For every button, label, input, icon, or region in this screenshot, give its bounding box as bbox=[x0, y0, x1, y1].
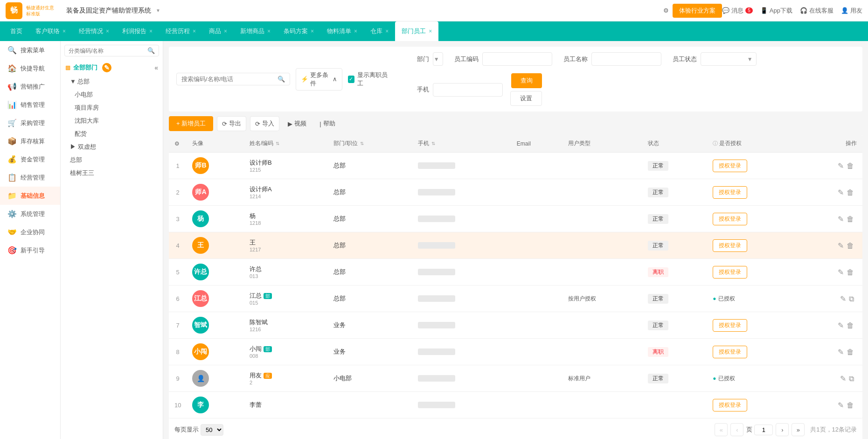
edit-button[interactable]: ✎ bbox=[838, 268, 844, 276]
edit-button[interactable]: ✎ bbox=[838, 188, 844, 196]
nav-close-icon[interactable]: × bbox=[62, 28, 66, 35]
edit-button[interactable]: ✎ bbox=[838, 401, 844, 409]
dept-edit-icon[interactable]: ✎ bbox=[102, 63, 111, 72]
emp-name-input[interactable] bbox=[591, 52, 661, 66]
sidebar-item-库存核算[interactable]: 📦库存核算 bbox=[0, 132, 60, 150]
prev-button[interactable]: ‹ bbox=[730, 423, 743, 436]
dept-node-双虚想[interactable]: ▶ 双虚想 bbox=[61, 140, 163, 153]
dept-node-总部[interactable]: 总部 bbox=[61, 153, 163, 167]
sidebar-item-经营管理[interactable]: 📋经营管理 bbox=[0, 168, 60, 187]
dept-node-沈阳大库[interactable]: 沈阳大库 bbox=[61, 114, 163, 127]
prev-first-button[interactable]: « bbox=[715, 423, 728, 436]
sidebar-item-企业协同[interactable]: 🤝企业协同 bbox=[0, 223, 60, 241]
dept-search-input[interactable] bbox=[69, 48, 146, 54]
nav-item-客户联络[interactable]: 客户联络× bbox=[29, 21, 72, 41]
edit-button[interactable]: ✎ bbox=[840, 295, 846, 303]
edit-button[interactable]: ✎ bbox=[838, 215, 844, 223]
reset-button[interactable]: 设置 bbox=[510, 91, 542, 106]
query-button[interactable]: 查询 bbox=[511, 73, 542, 88]
nav-close-icon[interactable]: × bbox=[224, 28, 227, 35]
sidebar-item-搜索菜单[interactable]: 🔍搜索菜单 bbox=[0, 41, 60, 59]
auth-button[interactable]: 授权登录 bbox=[713, 346, 747, 358]
sidebar-item-系统管理[interactable]: ⚙️系统管理 bbox=[0, 205, 60, 223]
dept-all-button[interactable]: ⊞ 全部部门 ✎ « bbox=[61, 60, 163, 75]
nav-close-icon[interactable]: × bbox=[267, 28, 271, 35]
online-service-button[interactable]: 🎧 在线客服 bbox=[800, 7, 833, 15]
nav-item-经营历程[interactable]: 经营历程× bbox=[159, 21, 202, 41]
auth-button[interactable]: 授权登录 bbox=[713, 319, 747, 332]
nav-item-商品[interactable]: 商品× bbox=[202, 21, 234, 41]
delete-button[interactable]: 🗑 bbox=[847, 401, 854, 409]
sidebar-item-销售管理[interactable]: 📊销售管理 bbox=[0, 96, 60, 114]
edit-button[interactable]: ✎ bbox=[838, 348, 844, 356]
copy-button[interactable]: ⧉ bbox=[849, 375, 854, 383]
sidebar-item-新手引导[interactable]: 🎯新手引导 bbox=[0, 241, 60, 259]
delete-button[interactable]: 🗑 bbox=[847, 215, 854, 223]
nav-item-部门员工[interactable]: 部门员工× bbox=[395, 21, 438, 41]
next-last-button[interactable]: » bbox=[792, 423, 805, 436]
dept-collapse-btn[interactable]: « bbox=[154, 64, 158, 71]
edit-button[interactable]: ✎ bbox=[840, 375, 846, 383]
dept-search-box[interactable]: 🔍 bbox=[64, 45, 159, 56]
edit-button[interactable]: ✎ bbox=[838, 321, 844, 329]
nav-close-icon[interactable]: × bbox=[311, 28, 314, 35]
auth-button[interactable]: 授权登录 bbox=[713, 266, 747, 279]
emp-status-select[interactable] bbox=[701, 52, 757, 66]
delete-button[interactable]: 🗑 bbox=[847, 188, 854, 196]
dept-node-植树王三[interactable]: 植树王三 bbox=[61, 167, 163, 180]
nav-item-经营情况[interactable]: 经营情况× bbox=[72, 21, 116, 41]
auth-button[interactable]: 授权登录 bbox=[713, 213, 747, 225]
nav-item-物料清单[interactable]: 物料清单× bbox=[320, 21, 364, 41]
nav-close-icon[interactable]: × bbox=[385, 28, 389, 35]
per-page-select[interactable]: 50 bbox=[201, 424, 223, 436]
view-button[interactable]: ▶ 视频 bbox=[283, 117, 311, 131]
app-download-button[interactable]: 📱 App下载 bbox=[760, 7, 792, 15]
dept-node-项目库房[interactable]: 项目库房 bbox=[61, 101, 163, 114]
delete-button[interactable]: 🗑 bbox=[847, 268, 854, 276]
th-name[interactable]: 姓名/编码⇅ bbox=[244, 135, 328, 153]
phone-input[interactable] bbox=[433, 83, 503, 97]
edit-button[interactable]: ✎ bbox=[838, 242, 844, 250]
copy-button[interactable]: ⧉ bbox=[849, 295, 854, 303]
show-resigned-checkbox[interactable]: ✓ 显示离职员工 bbox=[348, 71, 390, 88]
th-phone[interactable]: 手机⇅ bbox=[412, 135, 511, 153]
system-dropdown-arrow[interactable]: ▼ bbox=[156, 8, 160, 13]
edit-button[interactable]: ✎ bbox=[838, 162, 844, 170]
nav-item-新增商品[interactable]: 新增商品× bbox=[234, 21, 277, 41]
search-box[interactable]: 🔍 bbox=[176, 73, 290, 85]
dept-filter-select[interactable] bbox=[433, 52, 443, 66]
nav-close-icon[interactable]: × bbox=[354, 28, 357, 35]
next-button[interactable]: › bbox=[776, 423, 789, 436]
help-button[interactable]: | 帮助 bbox=[315, 117, 340, 131]
th-dept[interactable]: 部门/职位⇅ bbox=[328, 135, 412, 153]
auth-button[interactable]: 授权登录 bbox=[713, 399, 747, 411]
nav-close-icon[interactable]: × bbox=[193, 28, 196, 35]
sidebar-item-采购管理[interactable]: 🛒采购管理 bbox=[0, 114, 60, 132]
sidebar-item-快捷导航[interactable]: 🏠快捷导航 bbox=[0, 59, 60, 77]
th-settings[interactable]: ⚙ bbox=[169, 135, 187, 153]
nav-item-首页[interactable]: 首页 bbox=[4, 21, 29, 41]
auth-button[interactable]: 授权登录 bbox=[713, 239, 747, 252]
user-menu-button[interactable]: 👤 用友 bbox=[841, 7, 862, 15]
sidebar-item-营销推广[interactable]: 📢营销推广 bbox=[0, 77, 60, 96]
nav-close-icon[interactable]: × bbox=[106, 28, 109, 35]
delete-button[interactable]: 🗑 bbox=[847, 162, 854, 170]
more-filter-button[interactable]: ⚡ 更多条件 ∧ bbox=[296, 68, 342, 91]
nav-close-icon[interactable]: × bbox=[149, 28, 153, 35]
import-button[interactable]: ⟳ 导入 bbox=[250, 116, 279, 131]
dept-node-配货[interactable]: 配货 bbox=[61, 127, 163, 140]
dept-node-总部[interactable]: ▼ 总部 bbox=[61, 75, 163, 88]
nav-item-利润报告[interactable]: 利润报告× bbox=[116, 21, 159, 41]
nav-item-条码方案[interactable]: 条码方案× bbox=[277, 21, 320, 41]
export-button[interactable]: ⟳ 导出 bbox=[217, 116, 246, 131]
settings-icon[interactable]: ⚙ bbox=[660, 4, 673, 17]
delete-button[interactable]: 🗑 bbox=[847, 321, 854, 329]
page-input[interactable] bbox=[754, 425, 773, 435]
trial-button[interactable]: 体验行业方案 bbox=[673, 4, 722, 18]
delete-button[interactable]: 🗑 bbox=[847, 348, 854, 356]
delete-button[interactable]: 🗑 bbox=[847, 242, 854, 250]
add-employee-button[interactable]: + 新增员工 bbox=[169, 116, 213, 131]
nav-close-icon[interactable]: × bbox=[429, 28, 432, 35]
auth-button[interactable]: 授权登录 bbox=[713, 160, 747, 172]
search-input[interactable] bbox=[181, 76, 275, 83]
